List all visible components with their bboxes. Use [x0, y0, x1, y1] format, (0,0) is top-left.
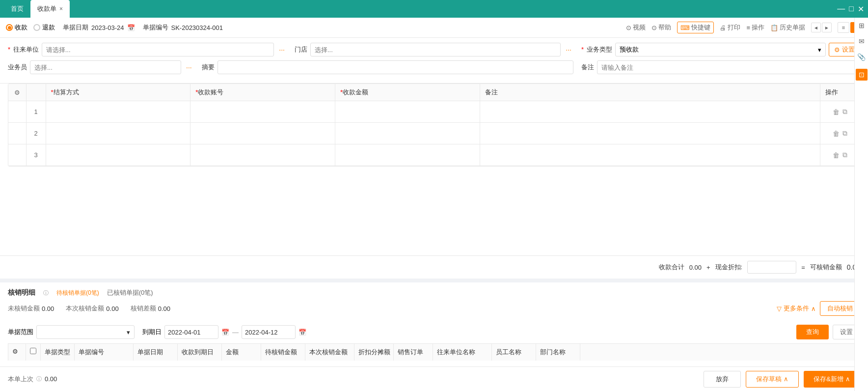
- summary-label3: 可核销金额: [810, 263, 842, 272]
- sidebar-table-icon[interactable]: ⊞: [859, 22, 865, 29]
- tab-close-icon[interactable]: ×: [59, 5, 63, 12]
- operations-btn[interactable]: ≡ 操作: [746, 23, 764, 32]
- radio-refund-circle: [33, 24, 40, 31]
- bth-amount: 金额: [222, 344, 261, 361]
- salesperson-input[interactable]: [30, 60, 181, 74]
- row-2-notes[interactable]: [480, 123, 820, 144]
- counterpart-input[interactable]: [42, 43, 274, 56]
- tab-home-label: 首页: [11, 4, 24, 13]
- bth-doc-date: 单据日期: [134, 344, 178, 361]
- top-toolbar: 收款 退款 单据日期 2023-03-24 📅 单据编号 SK-20230324…: [0, 18, 868, 38]
- nav-next[interactable]: ►: [822, 23, 832, 32]
- sidebar-email-icon[interactable]: ✉: [859, 37, 865, 45]
- row-2-account[interactable]: [190, 123, 335, 144]
- row-2-copy-icon[interactable]: ⧉: [842, 129, 847, 138]
- bth-current-amount: 本次核销金额: [305, 344, 354, 361]
- bth-settings[interactable]: ⚙: [8, 344, 26, 361]
- bth-doc-no: 单据编号: [75, 344, 134, 361]
- bth-due-date: 收款到期日: [178, 344, 222, 361]
- row-1-account[interactable]: [190, 101, 335, 123]
- due-date-label: 到期日: [142, 328, 162, 336]
- window-minimize-icon[interactable]: —: [837, 4, 845, 13]
- row-1-delete-icon[interactable]: 🗑: [833, 108, 840, 116]
- nav-arrows: ◄ ►: [811, 23, 832, 32]
- th-settlement: *结算方式: [46, 84, 190, 101]
- query-btn[interactable]: 查询: [796, 325, 829, 339]
- due-date-to[interactable]: [242, 325, 296, 339]
- row-2-amount[interactable]: [335, 123, 480, 144]
- row-3-notes[interactable]: [480, 144, 820, 166]
- doc-no-value: SK-20230324-001: [171, 24, 223, 31]
- recon-actions: ▽ 更多条件 ∧ 自动核销: [777, 301, 860, 316]
- cash-discount-input[interactable]: [747, 261, 796, 274]
- row-1-copy-icon[interactable]: ⧉: [842, 108, 847, 116]
- th-ops: 操作: [820, 84, 860, 101]
- radio-refund-label: 退款: [42, 23, 55, 32]
- shortcut-btn[interactable]: ⌨ 快捷键: [677, 22, 714, 33]
- tab-receipt[interactable]: 收款单 ×: [30, 0, 70, 18]
- business-type-label: * 业务类型: [581, 45, 612, 54]
- row-3-amount[interactable]: [335, 144, 480, 166]
- summary-input[interactable]: [217, 60, 573, 74]
- table-gear-icon[interactable]: ⚙: [14, 89, 20, 96]
- abandon-btn[interactable]: 放弃: [704, 371, 741, 388]
- select-all-checkbox[interactable]: [30, 348, 36, 354]
- bth-checkbox[interactable]: [26, 344, 41, 361]
- to-calendar-icon[interactable]: 📅: [298, 329, 306, 336]
- filter-btn[interactable]: ▽ 更多条件 ∧: [777, 304, 816, 313]
- save-draft-btn[interactable]: 保存草稿 ∧: [746, 371, 799, 388]
- summary-label2: 现金折扣:: [715, 263, 743, 272]
- sidebar-screenshot-icon[interactable]: ⊡: [856, 69, 868, 81]
- recon-info-icon[interactable]: ⓘ: [43, 289, 49, 297]
- sidebar-attachment-icon[interactable]: 📎: [857, 53, 866, 61]
- row-2-delete-icon[interactable]: 🗑: [833, 130, 840, 138]
- counterpart-field: * 往来单位 ···: [8, 43, 287, 56]
- footer-label: 本单上次: [8, 375, 33, 384]
- range-select[interactable]: ▾: [36, 325, 135, 339]
- th-settings[interactable]: ⚙: [8, 84, 26, 101]
- window-restore-icon[interactable]: □: [849, 4, 854, 13]
- form-area: * 往来单位 ··· 门店 ··· * 业务类型 预收款 ▾: [0, 38, 868, 84]
- window-close-icon[interactable]: ✕: [858, 4, 864, 14]
- row-3-settlement[interactable]: [46, 144, 190, 166]
- store-more-btn[interactable]: ···: [564, 46, 573, 54]
- from-calendar-icon[interactable]: 📅: [221, 329, 229, 336]
- calendar-icon[interactable]: 📅: [127, 24, 135, 31]
- radio-receipt[interactable]: 收款: [6, 23, 27, 32]
- video-btn[interactable]: ⊙ 视频: [626, 23, 646, 32]
- footer-info-icon[interactable]: ⓘ: [36, 375, 42, 383]
- due-date-from[interactable]: [164, 325, 218, 339]
- row-3-copy-icon[interactable]: ⧉: [842, 151, 847, 159]
- right-sidebar: ⊞ ✉ 📎 ⊡: [854, 18, 868, 391]
- bth-employee-name: 员工名称: [492, 344, 536, 361]
- tab-home[interactable]: 首页: [4, 0, 30, 18]
- help-btn[interactable]: ⊙ 帮助: [651, 23, 671, 32]
- view-list[interactable]: ≡: [838, 22, 849, 33]
- salesperson-more-btn[interactable]: ···: [184, 63, 194, 71]
- row-1-settings: [8, 101, 26, 123]
- salesperson-label: 业务员: [8, 63, 27, 72]
- doc-no-label: 单据编号: [143, 23, 168, 32]
- recon-tab-completed[interactable]: 已核销单据(0笔): [107, 288, 153, 297]
- summary-value1: 0.00: [689, 264, 702, 271]
- radio-refund[interactable]: 退款: [33, 23, 55, 32]
- store-input[interactable]: [310, 43, 561, 56]
- print-btn[interactable]: 🖨 打印: [720, 23, 740, 32]
- notes-input[interactable]: [597, 60, 860, 74]
- save-new-btn[interactable]: 保存&新增 ∧: [804, 371, 860, 388]
- row-1-settlement[interactable]: [46, 101, 190, 123]
- receipt-table: ⚙ *结算方式 *收款账号 *收款金额 备注 操作: [8, 84, 860, 166]
- counterpart-more-btn[interactable]: ···: [277, 46, 287, 54]
- history-btn[interactable]: 📋 历史单据: [770, 23, 805, 32]
- row-1-notes[interactable]: [480, 101, 820, 123]
- row-3-delete-icon[interactable]: 🗑: [833, 151, 840, 159]
- bth-gear-icon[interactable]: ⚙: [12, 348, 18, 355]
- row-1-amount[interactable]: [335, 101, 480, 123]
- nav-prev[interactable]: ◄: [811, 23, 821, 32]
- recon-stats: 未核销金额 0.00 本次核销金额 0.00 核销差额 0.00 ▽ 更多条件 …: [8, 301, 860, 316]
- row-3-account[interactable]: [190, 144, 335, 166]
- business-type-select[interactable]: 预收款 ▾: [615, 43, 826, 56]
- pending-tab[interactable]: 待核销单据(0笔): [56, 289, 99, 297]
- row-1-num: 1: [26, 101, 46, 123]
- row-2-settlement[interactable]: [46, 123, 190, 144]
